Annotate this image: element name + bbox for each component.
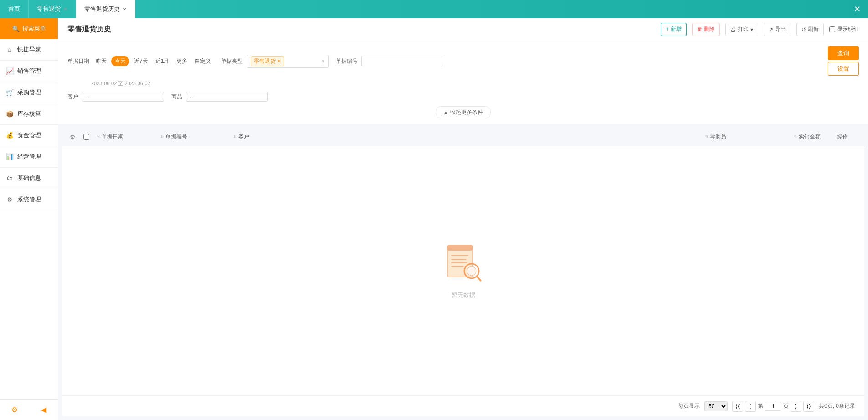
sidebar-item-operations[interactable]: 📊 经营管理: [0, 146, 58, 168]
col-header-amount[interactable]: ⇅ 实销金额: [770, 133, 824, 141]
date-btn-today[interactable]: 今天: [111, 56, 129, 66]
filter-area: 单据日期 昨天 今天 近7天 近1月 更多 自定义 单据类型 零售退货: [58, 41, 868, 124]
sidebar-item-quick-nav[interactable]: ⌂ 快捷导航: [0, 39, 58, 61]
col-header-num[interactable]: ⇅ 单据编号: [157, 133, 230, 141]
settings-icon[interactable]: ⚙: [11, 405, 18, 414]
date-btn-1month[interactable]: 近1月: [153, 56, 172, 66]
last-page-button[interactable]: ⟩⟩: [803, 401, 814, 412]
show-detail-checkbox[interactable]: [829, 26, 835, 32]
sidebar-item-basic-info-label: 基础信息: [17, 174, 41, 182]
col-customer-sort-icon: ⇅: [233, 134, 237, 139]
home-icon: ⌂: [5, 46, 14, 54]
type-filter-label: 单据类型: [221, 57, 243, 65]
collapse-sidebar-icon[interactable]: ◀: [41, 405, 46, 414]
tab-retail-return-history[interactable]: 零售退货历史 ✕: [76, 0, 135, 18]
goods-filter-input[interactable]: [186, 92, 268, 102]
sidebar-item-finance-label: 资金管理: [17, 131, 41, 139]
date-range-display: 2023-06-02 至 2023-06-02: [91, 80, 150, 87]
page-unit: 页: [783, 402, 789, 410]
finance-icon: 💰: [5, 131, 14, 139]
col-num-sort-icon: ⇅: [160, 134, 164, 139]
top-bar: 首页 零售退货 ✕ 零售退货历史 ✕ ✕: [0, 0, 868, 18]
empty-state: 暂无数据: [62, 146, 864, 395]
type-select-dropdown-icon: ▾: [322, 58, 324, 64]
sidebar-item-sales[interactable]: 📈 销售管理: [0, 61, 58, 82]
delete-button[interactable]: 🗑 删除: [692, 23, 720, 36]
pagination: 每页显示 50 20 100 ⟨⟨ ⟨ 第 1 页 ⟩ ⟩⟩ 共0页, 0条记录: [62, 395, 864, 416]
inventory-icon: 📦: [5, 110, 14, 118]
col-header-customer[interactable]: ⇅ 客户: [230, 133, 701, 141]
tab-retail-return-history-label: 零售退货历史: [84, 5, 120, 13]
date-filter-buttons: 昨天 今天 近7天 近1月 更多 自定义: [93, 56, 214, 66]
export-icon: ↗: [769, 26, 773, 33]
svg-line-8: [477, 276, 481, 281]
query-setup-group: 查询 设置: [828, 46, 859, 76]
col-header-guide[interactable]: ⇅ 导购员: [701, 133, 770, 141]
sidebar: 🔍 搜索菜单 ⌂ 快捷导航 📈 销售管理 🛒 采购管理 📦 库存核算 💰: [0, 18, 58, 420]
tab-retail-return-label: 零售退货: [37, 5, 61, 13]
sidebar-item-system[interactable]: ⚙ 系统管理: [0, 189, 58, 210]
collapse-filter-button[interactable]: ▲ 收起更多条件: [436, 106, 491, 118]
page-navigation: ⟨⟨ ⟨ 第 1 页 ⟩ ⟩⟩: [732, 401, 814, 412]
tab-retail-return-history-close[interactable]: ✕: [123, 6, 127, 12]
print-button[interactable]: 🖨 打印 ▾: [725, 23, 758, 36]
table-select-all[interactable]: [79, 134, 93, 140]
date-btn-7days[interactable]: 近7天: [131, 56, 151, 66]
tab-retail-return[interactable]: 零售退货 ✕: [29, 0, 76, 18]
purchase-icon: 🛒: [5, 88, 14, 97]
sidebar-item-finance[interactable]: 💰 资金管理: [0, 125, 58, 146]
date-btn-yesterday[interactable]: 昨天: [93, 56, 109, 66]
setup-button[interactable]: 设置: [828, 62, 859, 76]
col-customer-label: 客户: [238, 133, 249, 141]
first-page-button[interactable]: ⟨⟨: [732, 401, 743, 412]
docnum-filter-input[interactable]: [361, 56, 443, 66]
add-button[interactable]: + 新增: [661, 23, 686, 36]
tab-home[interactable]: 首页: [0, 0, 29, 18]
sidebar-item-purchase-label: 采购管理: [17, 88, 41, 97]
col-guide-label: 导购员: [710, 133, 726, 141]
type-tag-close[interactable]: ✕: [277, 58, 281, 64]
refresh-icon: ↺: [801, 26, 806, 33]
next-page-button[interactable]: ⟩: [791, 401, 801, 412]
refresh-button[interactable]: ↺ 刷新: [796, 23, 824, 36]
sidebar-search-button[interactable]: 🔍 搜索菜单: [0, 18, 58, 39]
per-page-label: 每页显示: [678, 402, 700, 410]
select-all-checkbox[interactable]: [83, 134, 89, 140]
export-label: 导出: [775, 26, 786, 33]
sidebar-item-operations-label: 经营管理: [17, 153, 41, 161]
table-area: ⚙ ⇅ 单据日期 ⇅ 单据编号 ⇅ 客户 ⇅ 导购员: [62, 128, 864, 416]
print-icon: 🖨: [730, 26, 736, 33]
export-button[interactable]: ↗ 导出: [764, 23, 791, 36]
page-input[interactable]: 1: [765, 402, 781, 411]
col-date-sort-icon: ⇅: [97, 134, 100, 139]
date-btn-custom[interactable]: 自定义: [192, 56, 214, 66]
filter-date-item: 单据日期 昨天 今天 近7天 近1月 更多 自定义: [67, 56, 214, 66]
show-detail-checkbox-label[interactable]: 显示明细: [829, 26, 859, 33]
svg-point-7: [467, 266, 476, 276]
col-header-date[interactable]: ⇅ 单据日期: [93, 133, 157, 141]
total-info: 共0页, 0条记录: [819, 402, 855, 410]
query-button[interactable]: 查询: [828, 46, 859, 60]
type-filter-select[interactable]: 零售退货 ✕ ▾: [247, 55, 329, 68]
tab-bar: 首页 零售退货 ✕ 零售退货历史 ✕: [0, 0, 847, 18]
sidebar-item-purchase[interactable]: 🛒 采购管理: [0, 82, 58, 103]
sidebar-item-basic-info[interactable]: 🗂 基础信息: [0, 168, 58, 189]
content-area: 零售退货历史 + 新增 🗑 删除 🖨 打印 ▾ ↗ 导出 ↺ 刷新: [58, 18, 868, 420]
sidebar-search-label: 搜索菜单: [22, 25, 46, 33]
collapse-filter-label: 收起更多条件: [450, 108, 483, 116]
filter-row-1: 单据日期 昨天 今天 近7天 近1月 更多 自定义 单据类型 零售退货: [67, 46, 859, 76]
type-tag: 零售退货 ✕: [251, 56, 284, 66]
prev-page-button[interactable]: ⟨: [745, 401, 756, 412]
customer-filter-input[interactable]: [82, 92, 164, 102]
table-settings-button[interactable]: ⚙: [66, 130, 79, 144]
type-tag-text: 零售退货: [254, 57, 276, 65]
date-btn-more[interactable]: 更多: [174, 56, 190, 66]
header-actions: + 新增 🗑 删除 🖨 打印 ▾ ↗ 导出 ↺ 刷新 显示明细: [661, 23, 859, 36]
col-date-label: 单据日期: [102, 133, 123, 141]
customer-filter-label: 客户: [67, 93, 78, 101]
per-page-select[interactable]: 50 20 100: [704, 401, 728, 411]
window-close-button[interactable]: ✕: [847, 4, 868, 14]
print-label: 打印: [738, 26, 749, 33]
sidebar-item-inventory[interactable]: 📦 库存核算: [0, 103, 58, 125]
tab-retail-return-close[interactable]: ✕: [63, 6, 67, 12]
